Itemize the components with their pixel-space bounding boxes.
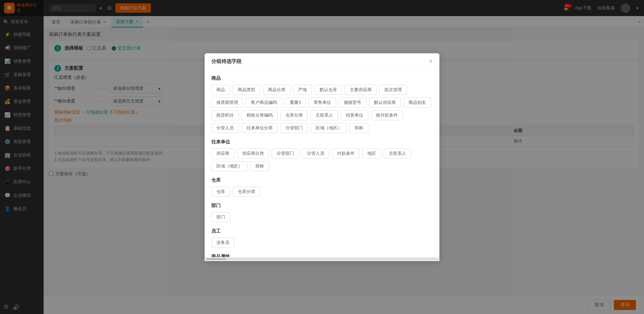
modal-title: 分组待选字段 — [211, 58, 241, 65]
hscroll-thumb[interactable] — [206, 258, 226, 260]
field-chips-product: 商品 商品类型 商品分类 产地 默认仓库 主要供应商 批次管理 保质期管理 客户… — [211, 85, 433, 133]
field-group-product-attr: 商品属性 属性 颜色 多规格 尺码 鞋码 1 — [211, 254, 433, 257]
modal-overlay: 分组待选字段 × 商品 商品 商品类型 商品分类 产地 默认仓库 主要供应商 批… — [0, 0, 644, 314]
chip-重量3[interactable]: 重量3 — [285, 98, 306, 108]
chip-商品[interactable]: 商品 — [211, 85, 230, 95]
field-group-partner: 往来单位 供应商 供应商分类 分管部门 分管人员 付款条件 地区 主联系人 区域… — [211, 139, 433, 171]
field-group-product-attr-title: 商品属性 — [211, 254, 433, 257]
field-group-warehouse: 仓库 仓库 仓库分类 — [211, 177, 433, 197]
chip-仓库[interactable]: 仓库 — [211, 187, 230, 197]
field-chips-warehouse: 仓库 仓库分类 — [211, 187, 433, 197]
chip-简称2[interactable]: 简称 — [250, 161, 269, 171]
chip-商品别名[interactable]: 商品别名 — [404, 98, 431, 108]
chip-商品分类[interactable]: 商品分类 — [263, 85, 290, 95]
chip-主联系人2[interactable]: 主联系人 — [384, 148, 411, 159]
chip-往来单位分类[interactable]: 往来单位分类 — [241, 123, 278, 133]
chip-拣货积分[interactable]: 拣货积分 — [211, 110, 239, 120]
chip-供应商分类[interactable]: 供应商分类 — [237, 148, 269, 159]
chip-部门[interactable]: 部门 — [211, 212, 230, 222]
chip-分管人员2[interactable]: 分管人员 — [302, 148, 329, 159]
chip-收付款条件[interactable]: 收付款条件 — [371, 110, 403, 120]
field-group-partner-title: 往来单位 — [211, 139, 433, 145]
field-group-dept: 部门 部门 — [211, 203, 433, 222]
chip-地区[interactable]: 地区 — [362, 148, 381, 159]
chip-默认供应商[interactable]: 默认供应商 — [369, 98, 401, 108]
chip-批次管理[interactable]: 批次管理 — [379, 85, 407, 95]
chip-客户商品编码[interactable]: 客户商品编码 — [246, 98, 282, 108]
field-group-employee-title: 员工 — [211, 228, 433, 234]
modal-header: 分组待选字段 × — [205, 53, 439, 70]
chip-付款条件[interactable]: 付款条件 — [332, 148, 360, 159]
chip-仓库分类[interactable]: 仓库分类 — [280, 110, 308, 120]
chip-结算单位[interactable]: 结算单位 — [341, 110, 368, 120]
chip-主联系人[interactable]: 主联系人 — [311, 110, 338, 120]
modal-close-button[interactable]: × — [429, 58, 433, 65]
hscroll-track — [206, 258, 438, 260]
field-group-warehouse-title: 仓库 — [211, 177, 433, 183]
chip-默认仓库[interactable]: 默认仓库 — [315, 85, 342, 95]
chip-分管部门2[interactable]: 分管部门 — [272, 148, 299, 159]
modal-hscrollbar[interactable] — [205, 257, 439, 261]
chip-税收分类编码[interactable]: 税收分类编码 — [241, 110, 278, 120]
field-group-dept-title: 部门 — [211, 203, 433, 209]
field-chips-employee: 业务员 — [211, 238, 433, 248]
chip-分管部门[interactable]: 分管部门 — [280, 123, 308, 133]
chip-区域地区2[interactable]: 区域（地区） — [211, 161, 248, 171]
field-select-modal: 分组待选字段 × 商品 商品 商品类型 商品分类 产地 默认仓库 主要供应商 批… — [205, 53, 439, 261]
chip-业务员[interactable]: 业务员 — [211, 238, 234, 248]
chip-零售单位[interactable]: 零售单位 — [309, 98, 336, 108]
chip-仓库分类2[interactable]: 仓库分类 — [233, 187, 260, 197]
field-group-product: 商品 商品 商品类型 商品分类 产地 默认仓库 主要供应商 批次管理 保质期管理… — [211, 75, 433, 133]
chip-供应商[interactable]: 供应商 — [211, 148, 234, 159]
chip-规格型号[interactable]: 规格型号 — [339, 98, 366, 108]
chip-保质期管理[interactable]: 保质期管理 — [211, 98, 243, 108]
chip-商品类型[interactable]: 商品类型 — [233, 85, 260, 95]
chip-简称1[interactable]: 简称 — [350, 123, 368, 133]
field-group-product-title: 商品 — [211, 75, 433, 81]
chip-区域地区1[interactable]: 区域（地区） — [311, 123, 347, 133]
chip-主要供应商[interactable]: 主要供应商 — [345, 85, 377, 95]
field-group-employee: 员工 业务员 — [211, 228, 433, 248]
chip-产地[interactable]: 产地 — [293, 85, 312, 95]
chip-分管人员[interactable]: 分管人员 — [211, 123, 239, 133]
field-chips-dept: 部门 — [211, 212, 433, 222]
field-chips-partner: 供应商 供应商分类 分管部门 分管人员 付款条件 地区 主联系人 区域（地区） … — [211, 148, 433, 171]
modal-body: 商品 商品 商品类型 商品分类 产地 默认仓库 主要供应商 批次管理 保质期管理… — [205, 70, 439, 257]
